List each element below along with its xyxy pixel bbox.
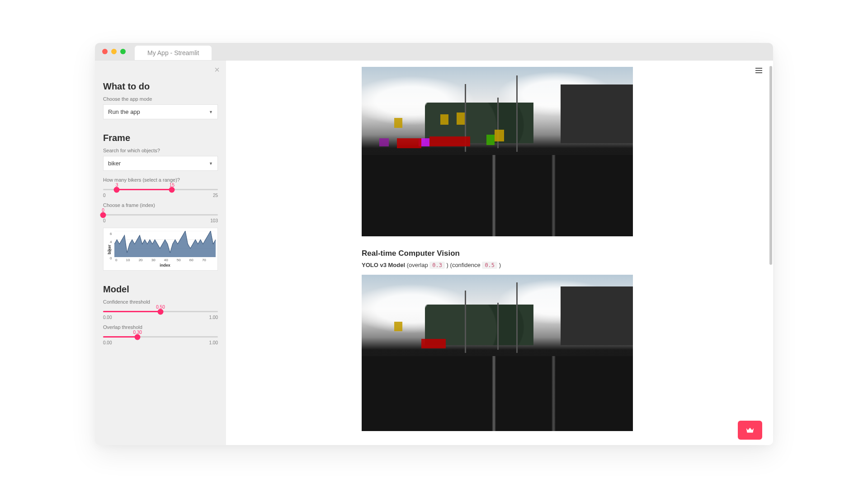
detection-box: [421, 339, 446, 348]
biker-range-label: How many bikers (select a range)?: [103, 177, 218, 183]
overlap-label: Overlap threshold: [103, 324, 218, 330]
section-heading-what: What to do: [103, 81, 218, 92]
section-heading-model: Model: [103, 284, 218, 295]
mode-select[interactable]: Run the app ▼: [103, 104, 218, 119]
detection-box: [397, 138, 421, 149]
detection-box: [379, 138, 389, 147]
frame-index-thumb[interactable]: [100, 212, 106, 218]
overlap-thumb[interactable]: [135, 334, 141, 340]
frame-min: 0: [103, 218, 106, 223]
range-max: 25: [213, 193, 218, 198]
conf-min: 0.00: [103, 315, 112, 320]
chart-xlabel: index: [114, 263, 216, 267]
range-high-thumb[interactable]: [169, 187, 175, 192]
chart-svg: [114, 231, 216, 257]
section-heading-frame: Frame: [103, 133, 218, 143]
caret-down-icon: ▼: [209, 161, 213, 166]
confidence-slider[interactable]: 0.50 0.00 1.00: [103, 311, 218, 320]
mode-select-value: Run the app: [108, 108, 140, 115]
overlap-min: 0.00: [103, 340, 112, 345]
biker-histogram-chart: biker 6420 010203040506070 index: [103, 228, 218, 271]
maximize-window-button[interactable]: [120, 49, 126, 54]
detection-box: [429, 136, 454, 147]
confidence-text: confidence: [452, 262, 481, 268]
model-name: YOLO v3 Model: [362, 262, 405, 268]
sidebar: × What to do Choose the app mode Run the…: [95, 61, 226, 445]
frame-index-slider[interactable]: 0 0 103: [103, 214, 218, 223]
close-sidebar-icon[interactable]: ×: [214, 65, 220, 74]
inference-image: [362, 275, 633, 431]
object-select-label: Search for which objects?: [103, 148, 218, 153]
overlap-max: 1.00: [209, 340, 218, 345]
browser-tab[interactable]: My App - Streamlit: [135, 46, 212, 60]
detection-box: [394, 118, 402, 128]
confidence-chip: 0.5: [482, 262, 497, 269]
overlap-text: overlap: [409, 262, 428, 268]
close-window-button[interactable]: [102, 49, 108, 54]
detection-box: [440, 114, 448, 125]
scrollbar[interactable]: [769, 66, 772, 265]
ground-truth-image: [362, 67, 633, 236]
browser-window: My App - Streamlit × What to do Choose t…: [95, 43, 773, 445]
detection-box: [495, 130, 504, 141]
conf-max: 1.00: [209, 315, 218, 320]
detection-box: [457, 113, 465, 124]
overlap-slider[interactable]: 0.30 0.00 1.00: [103, 336, 218, 345]
frame-max: 103: [210, 218, 218, 223]
detection-box: [454, 136, 470, 147]
frame-index-label: Choose a frame (index): [103, 202, 218, 208]
confidence-thumb[interactable]: [158, 309, 164, 314]
chat-widget-button[interactable]: [738, 421, 762, 440]
main-area: Real-time Computer Vision YOLO v3 Model …: [226, 61, 773, 445]
chart-yticks: 6420: [110, 230, 112, 263]
subheading: Real-time Computer Vision: [362, 249, 656, 258]
object-select[interactable]: biker ▼: [103, 156, 218, 171]
titlebar: My App - Streamlit: [95, 43, 773, 60]
minimize-window-button[interactable]: [111, 49, 117, 54]
detection-box: [394, 322, 402, 331]
confidence-label: Confidence threshold: [103, 299, 218, 305]
traffic-lights: [102, 49, 126, 54]
mode-select-label: Choose the app mode: [103, 96, 218, 102]
detection-box: [486, 135, 495, 145]
object-select-value: biker: [108, 160, 121, 167]
model-line: YOLO v3 Model (overlap 0.3 ) (confidence…: [362, 262, 656, 268]
overlap-chip: 0.3: [429, 262, 445, 269]
biker-range-slider[interactable]: 3 15 0 25: [103, 189, 218, 198]
hamburger-menu-icon[interactable]: [755, 68, 762, 73]
range-min: 0: [103, 193, 106, 198]
caret-down-icon: ▼: [209, 110, 213, 114]
crown-icon: [745, 425, 755, 435]
app-content: × What to do Choose the app mode Run the…: [95, 60, 773, 445]
range-low-thumb[interactable]: [114, 187, 120, 192]
chart-xticks: 010203040506070: [114, 258, 216, 262]
